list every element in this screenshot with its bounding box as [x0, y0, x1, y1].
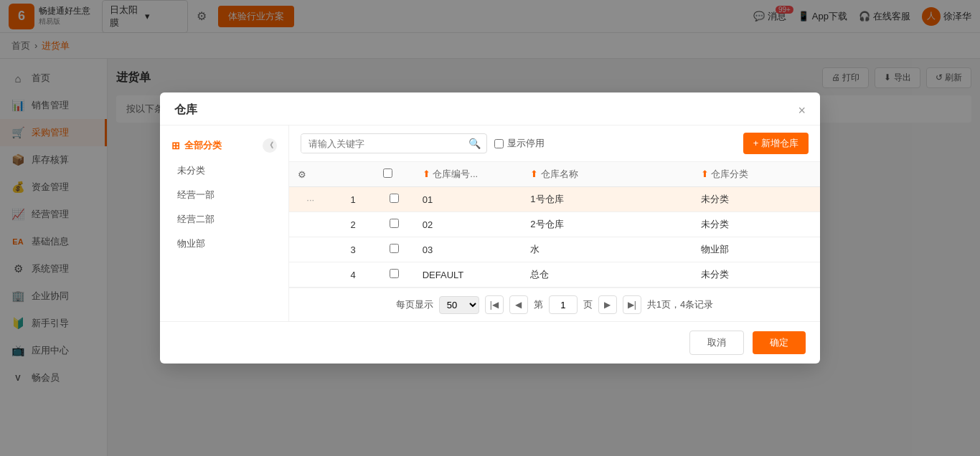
- row-gear: ···: [289, 187, 331, 212]
- modal-footer: 取消 确定: [160, 321, 820, 364]
- modal-title: 仓库: [174, 103, 197, 118]
- category-item-property[interactable]: 物业部: [160, 232, 288, 256]
- table-row[interactable]: 3 03 水 物业部: [289, 237, 820, 262]
- per-page-select[interactable]: 50 100: [439, 296, 479, 314]
- pagination-bar: 每页显示 50 100 |◀ ◀ 第 页 ▶ ▶| 共1页，4条记录: [289, 288, 820, 321]
- warehouse-modal: 仓库 × ⊞ 全部分类 《 未分类 经营一部 经营二部: [160, 92, 820, 364]
- per-page-label: 每页显示: [396, 298, 433, 311]
- row-check[interactable]: [374, 212, 414, 237]
- th-num: [331, 162, 374, 187]
- add-warehouse-button[interactable]: + 新增仓库: [743, 133, 809, 154]
- grid-icon: ⊞: [171, 140, 180, 151]
- modal-close-button[interactable]: ×: [798, 104, 806, 117]
- modal-overlay: 仓库 × ⊞ 全部分类 《 未分类 经营一部 经营二部: [0, 0, 980, 456]
- category-panel: ⊞ 全部分类 《 未分类 经营一部 经营二部 物业部: [160, 125, 289, 321]
- row-num: 1: [331, 187, 374, 212]
- show-disabled-checkbox[interactable]: [494, 139, 504, 148]
- last-page-button[interactable]: ▶|: [623, 295, 641, 314]
- search-input[interactable]: [301, 135, 463, 153]
- row-checkbox-1[interactable]: [390, 194, 399, 203]
- row-checkbox-4[interactable]: [390, 269, 399, 278]
- row-code-2: 02: [414, 212, 522, 237]
- first-page-button[interactable]: |◀: [485, 295, 504, 314]
- row-name-2: 2号仓库: [522, 212, 692, 237]
- all-categories-label: 全部分类: [184, 139, 222, 152]
- row-gear: [289, 237, 331, 262]
- th-gear: ⚙: [289, 162, 331, 187]
- row-num: 2: [331, 212, 374, 237]
- table-row[interactable]: 4 DEFAULT 总仓 未分类: [289, 262, 820, 288]
- row-category-4: 未分类: [692, 262, 820, 288]
- table-panel: 🔍 显示停用 + 新增仓库 ⚙: [289, 125, 820, 321]
- modal-header: 仓库 ×: [160, 92, 820, 125]
- next-page-button[interactable]: ▶: [598, 295, 617, 314]
- category-item-unclassified[interactable]: 未分类: [160, 158, 288, 183]
- row-num: 3: [331, 237, 374, 262]
- category-item-ops2[interactable]: 经营二部: [160, 207, 288, 232]
- th-check: [374, 162, 414, 187]
- category-item-ops1[interactable]: 经营一部: [160, 183, 288, 207]
- sort-icon-name: ⬆: [530, 168, 538, 179]
- total-count: 共1页，4条记录: [647, 298, 713, 311]
- show-disabled-toggle[interactable]: 显示停用: [494, 137, 545, 150]
- select-all-checkbox[interactable]: [383, 168, 392, 178]
- page-suffix: 页: [583, 298, 593, 311]
- collapse-panel-button[interactable]: 《: [263, 138, 277, 153]
- page-number-input[interactable]: [549, 295, 578, 314]
- row-check[interactable]: [374, 187, 414, 212]
- sort-icon: ⬆: [423, 168, 430, 179]
- th-name: ⬆ 仓库名称: [522, 162, 692, 187]
- show-disabled-label: 显示停用: [507, 137, 545, 150]
- cancel-button[interactable]: 取消: [689, 331, 744, 355]
- row-category-1: 未分类: [692, 187, 820, 212]
- table-row[interactable]: ··· 1 01 1号仓库 未分类: [289, 187, 820, 212]
- table-scroll: ⚙ ⬆ 仓库编号... ⬆ 仓库名称: [289, 162, 820, 288]
- table-toolbar: 🔍 显示停用 + 新增仓库: [289, 125, 820, 162]
- th-category: ⬆ 仓库分类: [692, 162, 820, 187]
- row-checkbox-3[interactable]: [390, 244, 399, 253]
- row-code-4: DEFAULT: [414, 262, 522, 288]
- confirm-button[interactable]: 确定: [753, 331, 806, 354]
- prev-page-button[interactable]: ◀: [509, 295, 528, 314]
- modal-body: ⊞ 全部分类 《 未分类 经营一部 经营二部 物业部: [160, 125, 820, 321]
- table-head: ⚙ ⬆ 仓库编号... ⬆ 仓库名称: [289, 162, 820, 187]
- row-checkbox-2[interactable]: [390, 219, 399, 228]
- row-code-3: 03: [414, 237, 522, 262]
- row-name-3: 水: [522, 237, 692, 262]
- row-num: 4: [331, 262, 374, 288]
- th-code: ⬆ 仓库编号...: [414, 162, 522, 187]
- page-label: 第: [534, 298, 543, 311]
- search-button[interactable]: 🔍: [463, 134, 486, 153]
- row-category-3: 物业部: [692, 237, 820, 262]
- gear-icon: ⚙: [298, 169, 306, 180]
- warehouse-table: ⚙ ⬆ 仓库编号... ⬆ 仓库名称: [289, 162, 820, 288]
- row-more-icon[interactable]: ···: [306, 194, 314, 205]
- sort-icon-cat: ⬆: [701, 168, 709, 179]
- table-header-row: ⚙ ⬆ 仓库编号... ⬆ 仓库名称: [289, 162, 820, 187]
- row-gear: [289, 212, 331, 237]
- row-category-2: 未分类: [692, 212, 820, 237]
- row-check[interactable]: [374, 262, 414, 288]
- row-check[interactable]: [374, 237, 414, 262]
- row-name-1: 1号仓库: [522, 187, 692, 212]
- table-body: ··· 1 01 1号仓库 未分类 2: [289, 187, 820, 288]
- table-row[interactable]: 2 02 2号仓库 未分类: [289, 212, 820, 237]
- row-gear: [289, 262, 331, 288]
- row-code-1: 01: [414, 187, 522, 212]
- search-input-wrap: 🔍: [301, 133, 487, 153]
- row-name-4: 总仓: [522, 262, 692, 288]
- all-categories-item[interactable]: ⊞ 全部分类 《: [160, 133, 288, 158]
